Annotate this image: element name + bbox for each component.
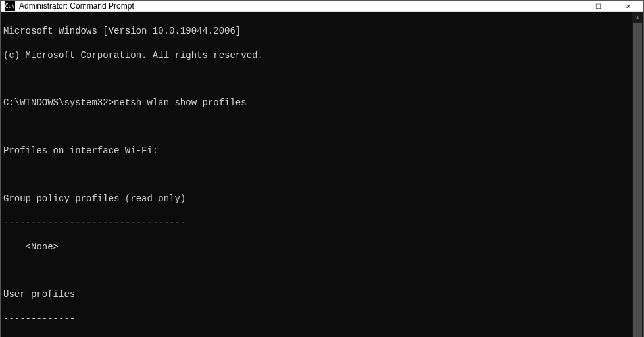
app-icon: C:\ [5,1,15,11]
minimize-button[interactable]: — [553,1,583,11]
vertical-scrollbar[interactable]: ▲ ▼ [632,12,643,337]
blank-line [3,121,630,133]
output-group-header: Group policy profiles (read only) [3,193,630,205]
blank-line [3,73,630,85]
output-divider: ------------- [3,313,630,324]
scroll-track[interactable] [632,23,643,337]
close-button[interactable]: ✕ [613,1,643,11]
output-divider: --------------------------------- [3,217,630,228]
blank-line [3,265,630,276]
prompt-line: C:\WINDOWS\system32>netsh wlan show prof… [3,97,630,109]
command-text: netsh wlan show profiles [114,97,247,108]
prompt-path: C:\WINDOWS\system32> [3,97,114,108]
titlebar[interactable]: C:\ Administrator: Command Prompt — ☐ ✕ [1,1,643,12]
output-user-header: User profiles [3,288,630,300]
maximize-button[interactable]: ☐ [583,1,613,11]
terminal-output[interactable]: Microsoft Windows [Version 10.0.19044.20… [1,12,632,337]
window-title: Administrator: Command Prompt [19,1,553,11]
blank-line [3,168,630,180]
output-line: (c) Microsoft Corporation. All rights re… [3,49,630,61]
terminal-wrapper: Microsoft Windows [Version 10.0.19044.20… [1,12,643,337]
scroll-up-arrow-icon[interactable]: ▲ [632,12,643,23]
command-prompt-window: C:\ Administrator: Command Prompt — ☐ ✕ … [0,0,644,337]
window-controls: — ☐ ✕ [553,1,643,11]
output-section-header: Profiles on interface Wi-Fi: [3,145,630,157]
output-line: Microsoft Windows [Version 10.0.19044.20… [3,25,630,37]
scroll-thumb[interactable] [633,23,642,337]
output-none: <None> [3,241,630,253]
